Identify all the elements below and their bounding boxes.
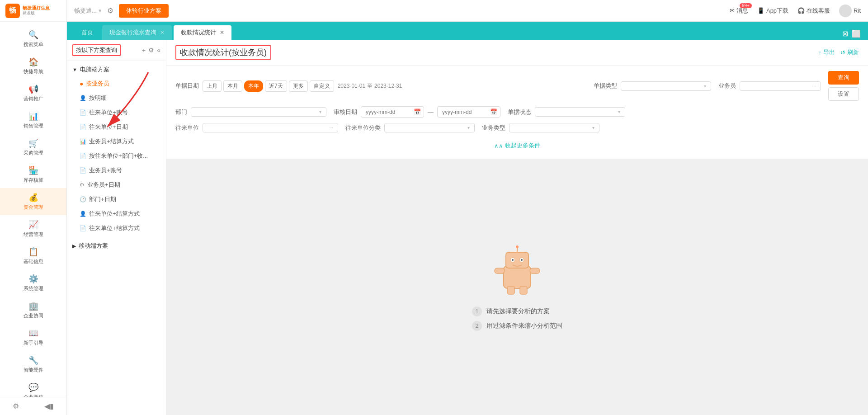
svg-point-4 xyxy=(512,259,514,261)
sidebar-item-finance[interactable]: 💰 资金管理 xyxy=(0,188,66,215)
filter-doc-status-select[interactable]: ▾ xyxy=(535,107,625,117)
system-icon: ⚙️ xyxy=(28,274,38,284)
sidebar-item-enterprise[interactable]: 🏢 企业协同 xyxy=(0,297,66,324)
filter-salesperson-select[interactable]: ··· xyxy=(740,81,821,91)
message-icon: ✉ xyxy=(730,7,735,14)
scheme-group-desktop-header[interactable]: ▼ 电脑端方案 xyxy=(67,63,166,76)
date-dash: — xyxy=(428,108,434,115)
refresh-button[interactable]: ↺ 刷新 xyxy=(840,48,859,57)
scheme-group-mobile: ▶ 移动端方案 xyxy=(67,237,166,255)
breadcrumb-arrow: ▾ xyxy=(99,7,102,14)
sidebar-item-hardware[interactable]: 🔧 智能硬件 xyxy=(0,351,66,378)
scheme-item-salesperson-account[interactable]: 📄 业务员+账号 xyxy=(67,163,166,178)
scheme-item-dept-date[interactable]: 🕐 部门+日期 xyxy=(67,192,166,207)
date-btn-this-month[interactable]: 本月 xyxy=(223,80,242,92)
filter-partner-select[interactable]: ··· xyxy=(203,123,338,132)
sidebar-nav: 🔍 搜索菜单 🏠 快捷导航 📢 营销推广 📊 销售管理 🛒 采购管理 🏪 xyxy=(0,22,66,397)
sidebar-item-marketing[interactable]: 📢 营销推广 xyxy=(0,80,66,107)
app-download-button[interactable]: 📱 App下载 xyxy=(757,7,788,15)
svg-point-5 xyxy=(521,259,523,261)
scheme-item-by-salesperson[interactable]: ● 按业务员 xyxy=(67,76,166,91)
scheme-panel-actions: + ⚙ « xyxy=(142,47,160,54)
tab-restore-button[interactable]: ⊠ xyxy=(842,29,848,38)
date-btn-this-year[interactable]: 本年 xyxy=(244,80,263,92)
filter-review-date-end[interactable]: 📅 xyxy=(437,106,500,118)
sidebar-settings-button[interactable]: ⚙ xyxy=(13,402,19,410)
date-btn-more[interactable]: 更多 xyxy=(289,80,308,92)
filter-query-buttons: 查询 设置 xyxy=(828,71,859,101)
sidebar-item-operations[interactable]: 📈 经营管理 xyxy=(0,215,66,242)
query-button[interactable]: 查询 xyxy=(828,71,859,85)
filter-partner-classify-item: 往来单位分类 ▾ xyxy=(345,123,475,132)
finance-icon: 💰 xyxy=(28,193,38,203)
scheme-group-mobile-header[interactable]: ▶ 移动端方案 xyxy=(67,239,166,253)
user-area[interactable]: Rit xyxy=(839,5,861,17)
scheme-item-partner-settlement2[interactable]: 📄 往来单位+结算方式 xyxy=(67,221,166,236)
filter-biz-type-select[interactable]: ▾ xyxy=(509,123,599,132)
date-range-display: 2023-01-01 至 2023-12-31 xyxy=(338,82,402,90)
filter-biz-type-item: 业务类型 ▾ xyxy=(482,123,599,132)
service-icon: 🎧 xyxy=(797,7,805,14)
sidebar-item-purchase[interactable]: 🛒 采购管理 xyxy=(0,134,66,161)
scheme-item-by-partner-dept[interactable]: 📄 按往来单位+部门+收... xyxy=(67,149,166,163)
scheme-item-gear-icon: ⚙ xyxy=(80,182,85,188)
scheme-item-salesperson-date[interactable]: ⚙ 业务员+日期 xyxy=(67,178,166,192)
svg-rect-11 xyxy=(520,286,527,294)
date-btn-last-7-days[interactable]: 近7天 xyxy=(265,80,287,92)
scheme-panel: 按以下方案查询 + ⚙ « ▼ 电脑端方案 ● 按业 xyxy=(67,40,166,415)
tab-maximize-button[interactable]: ⬜ xyxy=(852,29,861,38)
scheme-item-partner-account[interactable]: 📄 往来单位+账号 xyxy=(67,105,166,120)
scheme-item-by-detail[interactable]: 👤 按明细 xyxy=(67,91,166,105)
sidebar-item-wechat[interactable]: 💬 企业微信 xyxy=(0,378,66,397)
tab-home[interactable]: 首页 xyxy=(74,25,100,40)
filter-dept-select[interactable]: ▾ xyxy=(191,107,326,117)
sidebar-item-basic-info[interactable]: 📋 基础信息 xyxy=(0,242,66,269)
marketing-icon: 📢 xyxy=(28,84,38,94)
setting-button[interactable]: 设置 xyxy=(828,87,859,101)
online-service-button[interactable]: 🎧 在线客服 xyxy=(797,7,830,15)
filter-buttons-group: 查询 设置 xyxy=(828,71,859,101)
tab-collection-stats-close[interactable]: ✕ xyxy=(220,29,224,36)
sidebar-item-quick-nav[interactable]: 🏠 快捷导航 xyxy=(0,52,66,80)
page-title: 收款情况统计(按业务员) xyxy=(175,45,271,60)
svg-rect-1 xyxy=(506,252,528,268)
date-btn-custom[interactable]: 自定义 xyxy=(310,80,334,92)
sidebar-item-system[interactable]: ⚙️ 系统管理 xyxy=(0,269,66,297)
filter-review-date-start[interactable]: 📅 xyxy=(361,106,424,118)
date-btn-last-month[interactable]: 上月 xyxy=(203,80,222,92)
scheme-trial-button[interactable]: 体验行业方案 xyxy=(119,4,169,18)
scheme-item-salesperson-settlement[interactable]: 📊 业务员+结算方式 xyxy=(67,134,166,149)
scheme-item-partner-date[interactable]: 📄 往来单位+日期 xyxy=(67,120,166,134)
sidebar-item-guide[interactable]: 📖 新手引导 xyxy=(0,324,66,351)
scheme-settings-button[interactable]: ⚙ xyxy=(148,47,154,54)
filter-partner-classify-label: 往来单位分类 xyxy=(345,124,381,132)
review-date-start-input[interactable] xyxy=(366,109,411,115)
filter-doc-type-select[interactable]: ▾ xyxy=(621,81,711,91)
scheme-group-desktop: ▼ 电脑端方案 ● 按业务员 👤 按明细 📄 xyxy=(67,61,166,237)
sidebar-item-inventory[interactable]: 🏪 库存核算 xyxy=(0,161,66,188)
header-settings-icon[interactable]: ⚙ xyxy=(107,6,113,15)
tab-bank-flow-close[interactable]: ✕ xyxy=(160,29,165,36)
scheme-add-button[interactable]: + xyxy=(142,47,146,54)
logo-text: 畅捷通好生意 标准版 xyxy=(23,5,50,16)
robot-illustration xyxy=(490,243,544,297)
purchase-icon: 🛒 xyxy=(28,138,38,148)
tab-collection-stats[interactable]: 收款情况统计 ✕ xyxy=(174,25,231,40)
tab-bank-flow[interactable]: 现金银行流水查询 ✕ xyxy=(102,25,172,40)
sidebar-item-sales[interactable]: 📊 销售管理 xyxy=(0,107,66,134)
scheme-panel-header: 按以下方案查询 + ⚙ « xyxy=(67,40,166,61)
filter-partner-classify-select[interactable]: ▾ xyxy=(384,123,475,132)
export-button[interactable]: ↑ 导出 xyxy=(819,48,835,57)
download-icon: 📱 xyxy=(757,7,764,14)
scheme-collapse-button[interactable]: « xyxy=(157,47,160,54)
review-date-end-input[interactable] xyxy=(442,109,487,115)
sidebar-item-search[interactable]: 🔍 搜索菜单 xyxy=(0,25,66,52)
scheme-item-partner-settlement1[interactable]: 👤 往来单位+结算方式 xyxy=(67,207,166,221)
empty-state-area: 1 请先选择要分析的方案 2 用过滤条件来缩小分析范围 xyxy=(166,159,868,415)
partner-ellipsis[interactable]: ··· xyxy=(330,125,333,130)
collapse-more-button[interactable]: ∧∧ 收起更多条件 xyxy=(175,138,859,153)
sidebar-collapse-button[interactable]: ◀▮ xyxy=(44,402,54,410)
messages-button[interactable]: ✉ 消息 99+ xyxy=(730,7,748,15)
step-2-number: 2 xyxy=(472,321,482,331)
tab-bar: 首页 现金银行流水查询 ✕ 收款情况统计 ✕ ⊠ ⬜ xyxy=(67,22,868,40)
